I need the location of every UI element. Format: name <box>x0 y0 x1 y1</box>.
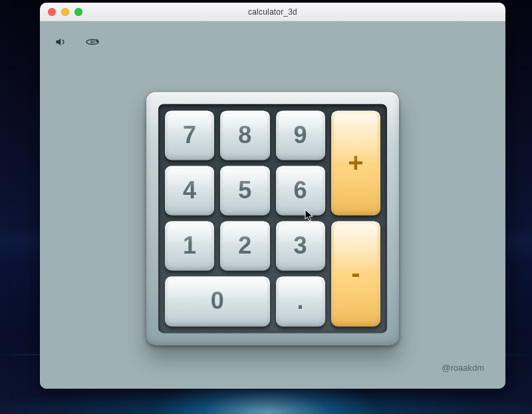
key-3[interactable]: 3 <box>276 221 325 270</box>
key-0[interactable]: 0 <box>165 277 270 326</box>
close-window-button[interactable] <box>48 8 56 16</box>
key-8[interactable]: 8 <box>220 110 269 160</box>
toolbar: 3D <box>52 33 102 53</box>
key-plus[interactable]: + <box>331 110 380 216</box>
key-1[interactable]: 1 <box>165 221 214 270</box>
rotate-3d-icon: 3D <box>85 36 100 48</box>
key-6[interactable]: 6 <box>276 166 325 215</box>
zoom-window-button[interactable] <box>74 8 82 16</box>
sound-icon <box>55 36 68 48</box>
titlebar[interactable]: calculator_3d <box>40 3 505 21</box>
rotate-3d-button[interactable]: 3D <box>82 33 102 53</box>
app-content: 3D 7 8 9 + 4 5 6 1 2 3 - 0 . <box>40 21 505 389</box>
key-9[interactable]: 9 <box>276 110 325 160</box>
key-dot[interactable]: . <box>276 277 325 326</box>
window-controls <box>48 8 82 16</box>
key-5[interactable]: 5 <box>220 166 269 215</box>
minimize-window-button[interactable] <box>61 8 69 16</box>
sound-toggle-button[interactable] <box>52 33 70 53</box>
keypad-bezel: 7 8 9 + 4 5 6 1 2 3 - 0 . <box>146 92 399 345</box>
keypad: 7 8 9 + 4 5 6 1 2 3 - 0 . <box>158 104 387 333</box>
key-minus[interactable]: - <box>331 221 380 326</box>
key-2[interactable]: 2 <box>220 221 269 270</box>
app-window: calculator_3d 3D 7 8 9 <box>40 3 505 389</box>
author-credit: @roaakdm <box>442 363 484 373</box>
key-7[interactable]: 7 <box>165 110 214 160</box>
svg-marker-0 <box>57 39 61 46</box>
window-title: calculator_3d <box>248 7 297 17</box>
svg-text:3D: 3D <box>90 40 94 44</box>
key-4[interactable]: 4 <box>165 166 214 215</box>
